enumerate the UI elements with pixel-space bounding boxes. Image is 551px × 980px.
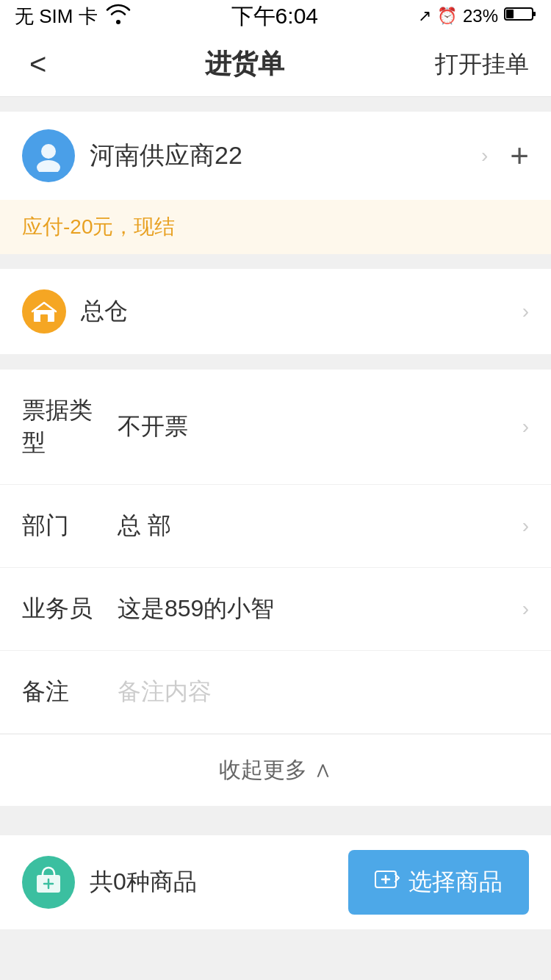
supplier-row[interactable]: 河南供应商22 › + (0, 112, 551, 200)
warehouse-icon-bg (22, 289, 66, 334)
department-arrow: › (522, 514, 529, 538)
battery-icon (504, 5, 536, 27)
warehouse-arrow-icon: › (522, 300, 529, 323)
salesperson-value: 这是859的小智 (110, 593, 522, 625)
status-bar: 无 SIM 卡 下午6:04 ↗ ⏰ 23% (0, 0, 551, 32)
invoice-type-row[interactable]: 票据类型 不开票 › (0, 370, 551, 485)
select-product-button[interactable]: 选择商品 (348, 850, 529, 915)
form-section: 票据类型 不开票 › 部门 总 部 › 业务员 这是859的小智 › 备注 备注… (0, 370, 551, 806)
wifi-icon (105, 4, 132, 29)
salesperson-arrow: › (522, 597, 529, 621)
status-time: 下午6:04 (231, 1, 318, 32)
department-value: 总 部 (110, 510, 522, 542)
collapse-button[interactable]: 收起更多 ∧ (0, 734, 551, 806)
invoice-type-arrow: › (522, 415, 529, 439)
supplier-name: 河南供应商22 (90, 139, 481, 173)
bottom-bar: 共0种商品 选择商品 (0, 835, 551, 929)
svg-rect-1 (533, 12, 536, 16)
nav-bar: < 进货单 打开挂单 (0, 32, 551, 97)
divider-3 (0, 806, 551, 821)
svg-point-3 (41, 144, 56, 159)
svg-rect-2 (506, 10, 514, 18)
supplier-arrow-icon: › (481, 144, 488, 167)
select-product-label: 选择商品 (408, 866, 503, 898)
status-indicators: ↗ ⏰ 23% (418, 5, 536, 27)
svg-rect-6 (40, 314, 48, 322)
invoice-type-label: 票据类型 (22, 394, 110, 459)
product-count-text: 共0种商品 (90, 866, 348, 898)
remark-row[interactable]: 备注 备注内容 (0, 651, 551, 734)
back-button[interactable]: < (22, 40, 54, 88)
remark-label: 备注 (22, 676, 110, 708)
select-icon (375, 868, 401, 896)
remark-value: 备注内容 (110, 676, 529, 708)
supplier-section: 河南供应商22 › + 应付-20元，现结 (0, 112, 551, 254)
notice-banner: 应付-20元，现结 (0, 200, 551, 254)
supplier-avatar (22, 129, 75, 182)
salesperson-row[interactable]: 业务员 这是859的小智 › (0, 568, 551, 651)
gray-fill (0, 929, 551, 980)
notice-text: 应付-20元，现结 (22, 215, 175, 238)
divider-1 (0, 254, 551, 269)
svg-point-4 (37, 160, 60, 172)
location-icon: ↗ (418, 7, 431, 26)
department-label: 部门 (22, 510, 110, 542)
alarm-icon: ⏰ (437, 7, 457, 26)
divider-2 (0, 355, 551, 370)
department-row[interactable]: 部门 总 部 › (0, 485, 551, 568)
product-icon-bg (22, 856, 75, 909)
battery-text: 23% (463, 6, 498, 26)
open-pending-button[interactable]: 打开挂单 (435, 48, 529, 81)
invoice-type-value: 不开票 (110, 411, 522, 443)
warehouse-name: 总仓 (81, 295, 522, 328)
divider-top (0, 97, 551, 112)
warehouse-row[interactable]: 总仓 › (0, 269, 551, 355)
salesperson-label: 业务员 (22, 593, 110, 625)
add-supplier-button[interactable]: + (510, 137, 529, 174)
status-carrier: 无 SIM 卡 (15, 4, 132, 29)
page-title: 进货单 (205, 46, 284, 82)
